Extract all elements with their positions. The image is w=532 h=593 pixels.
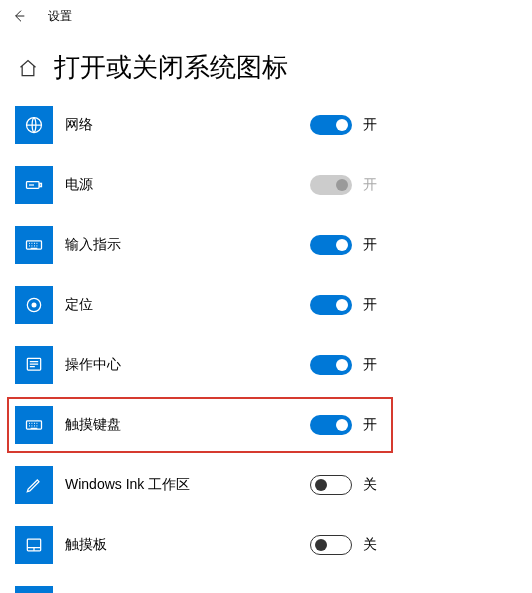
keyboard-icon	[15, 226, 53, 264]
toggle-network[interactable]	[310, 115, 352, 135]
battery-icon	[15, 166, 53, 204]
svg-point-5	[32, 303, 37, 308]
network-icon	[15, 106, 53, 144]
item-label: 定位	[65, 296, 285, 314]
item-input-indicator: 输入指示 开	[15, 215, 517, 275]
page-header: 打开或关闭系统图标	[0, 32, 532, 95]
item-label: 触摸板	[65, 536, 285, 554]
item-power: 电源 开	[15, 155, 517, 215]
location-icon	[15, 286, 53, 324]
item-microphone: 麦克风 开	[15, 575, 517, 593]
touchpad-icon	[15, 526, 53, 564]
state-label: 开	[363, 176, 377, 194]
toggle-touch-keyboard[interactable]	[310, 415, 352, 435]
svg-rect-2	[40, 183, 42, 186]
home-button[interactable]	[18, 58, 38, 78]
toggle-touchpad[interactable]	[310, 535, 352, 555]
state-label: 开	[363, 416, 377, 434]
item-touch-keyboard: 触摸键盘 开	[15, 395, 517, 455]
toggle-power	[310, 175, 352, 195]
toggle-action-center[interactable]	[310, 355, 352, 375]
touch-keyboard-icon	[15, 406, 53, 444]
arrow-left-icon	[11, 8, 27, 24]
state-label: 关	[363, 476, 377, 494]
item-touchpad: 触摸板 关	[15, 515, 517, 575]
item-network: 网络 开	[15, 95, 517, 155]
toggle-windows-ink[interactable]	[310, 475, 352, 495]
item-label: 触摸键盘	[65, 416, 285, 434]
action-center-icon	[15, 346, 53, 384]
item-label: 网络	[65, 116, 285, 134]
item-label: 电源	[65, 176, 285, 194]
item-label: Windows Ink 工作区	[65, 476, 285, 494]
title-bar: 设置	[0, 0, 532, 32]
page-title: 打开或关闭系统图标	[54, 50, 288, 85]
item-label: 输入指示	[65, 236, 285, 254]
state-label: 开	[363, 356, 377, 374]
item-location: 定位 开	[15, 275, 517, 335]
item-windows-ink: Windows Ink 工作区 关	[15, 455, 517, 515]
item-label: 操作中心	[65, 356, 285, 374]
pen-icon	[15, 466, 53, 504]
state-label: 开	[363, 236, 377, 254]
state-label: 开	[363, 116, 377, 134]
state-label: 开	[363, 296, 377, 314]
item-action-center: 操作中心 开	[15, 335, 517, 395]
back-button[interactable]	[10, 7, 28, 25]
home-icon	[18, 58, 38, 78]
toggle-location[interactable]	[310, 295, 352, 315]
icon-toggle-list: 网络 开 电源 开 输入指示 开 定位 开 操作中心 开	[0, 95, 532, 593]
window-title: 设置	[48, 8, 72, 25]
toggle-input-indicator[interactable]	[310, 235, 352, 255]
microphone-icon	[15, 586, 53, 593]
state-label: 关	[363, 536, 377, 554]
